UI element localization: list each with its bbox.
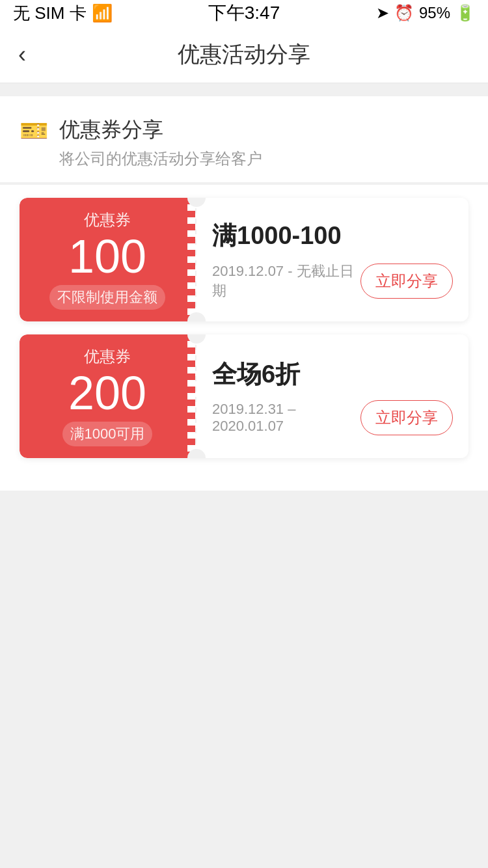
location-icon: ➤	[376, 4, 389, 22]
coupon-item-1: 优惠券 100 不限制使用金额 满1000-100 2019.12.07 - 无…	[20, 198, 468, 321]
coupon-separator-2	[195, 334, 197, 458]
wifi-icon: 📶	[92, 3, 113, 23]
coupon-left-1: 优惠券 100 不限制使用金额	[20, 198, 195, 321]
section-subtitle: 将公司的优惠活动分享给客户	[59, 148, 262, 169]
section-header: 🎫 优惠券分享 将公司的优惠活动分享给客户	[0, 96, 488, 182]
alarm-icon: ⏰	[394, 4, 414, 22]
share-button-2[interactable]: 立即分享	[360, 400, 453, 435]
share-button-1[interactable]: 立即分享	[360, 264, 453, 299]
nav-title: 优惠活动分享	[178, 40, 310, 70]
section-title: 优惠券分享	[59, 116, 262, 144]
coupon-condition-1: 不限制使用金额	[49, 285, 165, 310]
coupon-amount-2: 200	[68, 370, 146, 416]
section-info: 优惠券分享 将公司的优惠活动分享给客户	[59, 116, 262, 169]
coupon-label-1: 优惠券	[84, 210, 131, 230]
battery-text: 95%	[419, 4, 450, 22]
coupon-name-2: 全场6折	[212, 358, 453, 391]
coupon-left-2: 优惠券 200 满1000可用	[20, 334, 195, 458]
nav-bar: ‹ 优惠活动分享	[0, 26, 488, 83]
status-right: ➤ ⏰ 95% 🔋	[376, 4, 475, 22]
coupon-meta-2: 2019.12.31 – 2020.01.07 立即分享	[212, 400, 453, 435]
coupon-amount-1: 100	[68, 233, 146, 280]
coupon-name-1: 满1000-100	[212, 219, 453, 252]
coupon-date-2: 2019.12.31 – 2020.01.07	[212, 401, 354, 435]
coupon-date-1: 2019.12.07 - 无截止日期	[212, 262, 354, 301]
coupon-list: 优惠券 100 不限制使用金额 满1000-100 2019.12.07 - 无…	[0, 185, 488, 491]
status-time: 下午3:47	[208, 1, 280, 25]
coupon-right-1: 满1000-100 2019.12.07 - 无截止日期 立即分享	[197, 198, 468, 321]
status-left: 无 SIM 卡 📶	[13, 2, 113, 25]
coupon-condition-2: 满1000可用	[62, 422, 153, 446]
section-icon: 🎫	[20, 117, 49, 144]
battery-icon: 🔋	[455, 4, 475, 22]
coupon-label-2: 优惠券	[84, 346, 131, 367]
coupon-right-2: 全场6折 2019.12.31 – 2020.01.07 立即分享	[197, 334, 468, 458]
back-button[interactable]: ‹	[18, 41, 26, 68]
coupon-item-2: 优惠券 200 满1000可用 全场6折 2019.12.31 – 2020.0…	[20, 334, 468, 458]
carrier-text: 无 SIM 卡	[13, 2, 87, 25]
coupon-meta-1: 2019.12.07 - 无截止日期 立即分享	[212, 262, 453, 301]
coupon-separator-1	[195, 198, 197, 321]
status-bar: 无 SIM 卡 📶 下午3:47 ➤ ⏰ 95% 🔋	[0, 0, 488, 26]
empty-area	[0, 491, 488, 868]
